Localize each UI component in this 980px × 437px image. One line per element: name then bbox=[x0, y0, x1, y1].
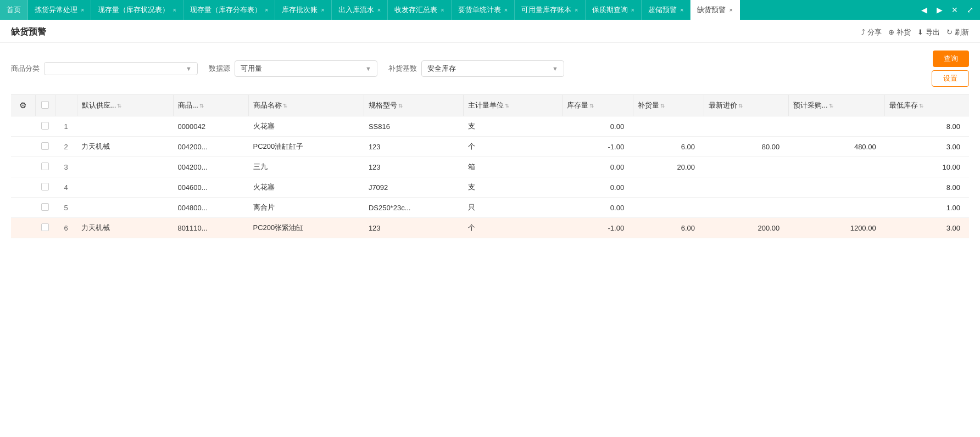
col-header-replenish[interactable]: 补货量⇅ bbox=[633, 95, 704, 116]
col-header-unit[interactable]: 主计量单位⇅ bbox=[464, 95, 563, 116]
row-index-2: 3 bbox=[55, 157, 77, 177]
col-header-latest_price[interactable]: 最新进价⇅ bbox=[704, 95, 788, 116]
col-header-supplier[interactable]: 默认供应...⇅ bbox=[77, 95, 173, 116]
nav-tab-label-bale: 拣货异常处理 bbox=[35, 5, 77, 15]
nav-tab-close-inout[interactable]: × bbox=[377, 7, 381, 13]
nav-tab-home[interactable]: 首页 bbox=[0, 0, 28, 20]
replenish-button[interactable]: ⊕ 补货 bbox=[888, 27, 911, 37]
row-supplier-5: 力天机械 bbox=[77, 218, 173, 238]
nav-tab-label-inout: 出入库流水 bbox=[338, 5, 374, 15]
row-checkbox-4[interactable] bbox=[35, 198, 55, 218]
nav-expand-btn[interactable]: ⤢ bbox=[962, 2, 978, 18]
col-label-latest_price: 最新进价 bbox=[709, 101, 737, 109]
nav-tab-close-batch[interactable]: × bbox=[321, 7, 324, 13]
nav-tab-batch[interactable]: 库存批次账× bbox=[275, 0, 331, 20]
row-checkbox-input-3[interactable] bbox=[41, 183, 49, 191]
row-name-1: PC200油缸缸子 bbox=[249, 137, 364, 157]
nav-tab-close-collect[interactable]: × bbox=[441, 7, 444, 13]
nav-tab-inout[interactable]: 出入库流水× bbox=[332, 0, 388, 20]
export-button[interactable]: ⬇ 导出 bbox=[917, 27, 940, 37]
nav-tab-expiry[interactable]: 保质期查询× bbox=[586, 0, 642, 20]
col-label-name: 商品名称 bbox=[253, 101, 282, 109]
nav-tab-bale[interactable]: 拣货异常处理× bbox=[28, 0, 91, 20]
nav-tab-close-demand[interactable]: × bbox=[504, 7, 508, 13]
row-checkbox-input-0[interactable] bbox=[41, 122, 49, 130]
col-header-name[interactable]: 商品名称⇅ bbox=[249, 95, 364, 116]
row-min_stock-1: 3.00 bbox=[885, 137, 969, 157]
sort-icon-min_stock: ⇅ bbox=[919, 103, 923, 109]
filter-bar: 商品分类 ▼ 数据源 可用量 ▼ 补货基数 安全库存 ▼ 查询 设置 bbox=[0, 43, 980, 94]
row-latest_price-3 bbox=[704, 177, 788, 198]
row-index-3: 4 bbox=[55, 177, 77, 198]
nav-tab-stock1[interactable]: 现存量（库存状况表）× bbox=[91, 0, 183, 20]
gear-icon[interactable]: ⚙ bbox=[19, 100, 26, 110]
table-row: 5004800...离合片DS250*23c...只0.001.00 bbox=[11, 198, 969, 218]
row-stock-2: 0.00 bbox=[562, 157, 633, 177]
data-source-value: 可用量 bbox=[241, 64, 262, 74]
row-settings-0 bbox=[11, 116, 35, 137]
row-replenish-4 bbox=[633, 198, 704, 218]
share-button[interactable]: ⤴ 分享 bbox=[861, 27, 882, 37]
nav-tab-stock2[interactable]: 现存量（库存分布表）× bbox=[183, 0, 275, 20]
col-header-min_stock[interactable]: 最低库存⇅ bbox=[885, 95, 969, 116]
nav-tab-close-shortage[interactable]: × bbox=[729, 7, 732, 13]
col-header-stock[interactable]: 库存量⇅ bbox=[562, 95, 633, 116]
nav-tab-close-overstock[interactable]: × bbox=[680, 7, 683, 13]
nav-close-btn[interactable]: ✕ bbox=[947, 2, 962, 18]
nav-tab-close-expiry[interactable]: × bbox=[631, 7, 634, 13]
row-checkbox-0[interactable] bbox=[35, 116, 55, 137]
row-code-4: 004800... bbox=[173, 198, 248, 218]
nav-tab-available[interactable]: 可用量库存账本× bbox=[515, 0, 585, 20]
row-min_stock-5: 3.00 bbox=[885, 218, 969, 238]
row-code-5: 801110... bbox=[173, 218, 248, 238]
row-checkbox-input-2[interactable] bbox=[41, 163, 49, 170]
row-stock-0: 0.00 bbox=[562, 116, 633, 137]
col-header-spec[interactable]: 规格型号⇅ bbox=[364, 95, 464, 116]
nav-prev-btn[interactable]: ◀ bbox=[916, 2, 932, 18]
refresh-icon: ↻ bbox=[946, 28, 953, 36]
filter-actions: 查询 设置 bbox=[932, 51, 969, 87]
page-content: 缺货预警 ⤴ 分享 ⊕ 补货 ⬇ 导出 ↻ 刷新 商品分类 bbox=[0, 20, 980, 437]
row-stock-5: -1.00 bbox=[562, 218, 633, 238]
col-label-code: 商品... bbox=[178, 101, 198, 109]
nav-tab-shortage[interactable]: 缺货预警× bbox=[691, 0, 739, 20]
nav-tab-overstock[interactable]: 超储预警× bbox=[642, 0, 691, 20]
replenish-basis-select[interactable]: 安全库存 ▼ bbox=[421, 60, 564, 77]
table-row: 10000042火花塞SS816支0.008.00 bbox=[11, 116, 969, 137]
nav-next-btn[interactable]: ▶ bbox=[932, 2, 947, 18]
row-checkbox-input-1[interactable] bbox=[41, 142, 49, 150]
sort-icon-replenish: ⇅ bbox=[660, 103, 665, 109]
settings-button[interactable]: 设置 bbox=[932, 70, 969, 87]
data-source-select[interactable]: 可用量 ▼ bbox=[235, 60, 377, 77]
row-settings-5 bbox=[11, 218, 35, 238]
query-button[interactable]: 查询 bbox=[933, 51, 969, 67]
nav-tab-close-stock1[interactable]: × bbox=[172, 7, 176, 13]
row-checkbox-3[interactable] bbox=[35, 177, 55, 198]
category-select[interactable]: ▼ bbox=[44, 62, 198, 75]
header-checkbox[interactable] bbox=[41, 101, 49, 109]
nav-tab-demand[interactable]: 要货单统计表× bbox=[452, 0, 515, 20]
col-header-code[interactable]: 商品...⇅ bbox=[173, 95, 248, 116]
row-checkbox-input-5[interactable] bbox=[41, 223, 49, 231]
row-checkbox-2[interactable] bbox=[35, 157, 55, 177]
row-spec-3: J7092 bbox=[364, 177, 464, 198]
nav-tab-close-available[interactable]: × bbox=[575, 7, 578, 13]
row-code-1: 004200... bbox=[173, 137, 248, 157]
row-replenish-1: 6.00 bbox=[633, 137, 704, 157]
col-label-stock: 库存量 bbox=[567, 101, 588, 109]
col-header-estimated[interactable]: 预计采购...⇅ bbox=[788, 95, 884, 116]
nav-tab-close-stock2[interactable]: × bbox=[265, 7, 268, 13]
row-supplier-3 bbox=[77, 177, 173, 198]
row-replenish-3 bbox=[633, 177, 704, 198]
refresh-button[interactable]: ↻ 刷新 bbox=[946, 27, 969, 37]
row-estimated-3 bbox=[788, 177, 884, 198]
nav-tab-close-bale[interactable]: × bbox=[81, 7, 84, 13]
row-checkbox-5[interactable] bbox=[35, 218, 55, 238]
nav-tab-label-batch: 库存批次账 bbox=[282, 5, 318, 15]
row-checkbox-1[interactable] bbox=[35, 137, 55, 157]
data-source-label: 数据源 bbox=[209, 64, 230, 74]
row-checkbox-input-4[interactable] bbox=[41, 203, 49, 211]
replenish-basis-label: 补货基数 bbox=[388, 64, 417, 74]
nav-tab-label-stock1: 现存量（库存状况表） bbox=[98, 5, 169, 15]
nav-tab-collect[interactable]: 收发存汇总表× bbox=[388, 0, 451, 20]
